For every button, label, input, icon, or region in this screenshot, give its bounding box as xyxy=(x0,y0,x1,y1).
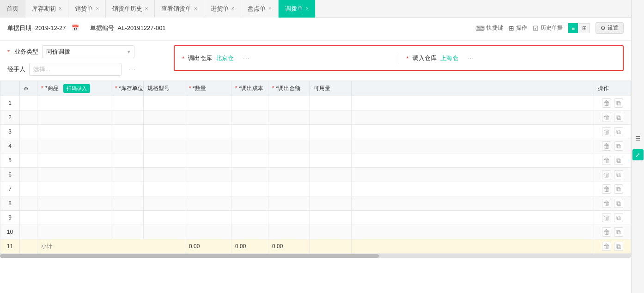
row-spec-6[interactable] xyxy=(144,168,185,182)
row-delete-btn-9[interactable]: 🗑 xyxy=(602,213,611,222)
tab-home[interactable]: 首页 xyxy=(0,0,25,18)
settings-button[interactable]: ⚙ 设置 xyxy=(595,22,624,34)
history-btn[interactable]: ☑ 历史单据 xyxy=(533,24,563,32)
row-spec-3[interactable] xyxy=(144,125,185,139)
row-delete-btn-8[interactable]: 🗑 xyxy=(602,199,611,208)
row-amount-7[interactable] xyxy=(268,182,310,196)
row-unit-7[interactable] xyxy=(111,182,144,196)
row-spec-5[interactable] xyxy=(144,153,185,168)
col-header-settings[interactable]: ⚙ xyxy=(20,81,37,96)
scan-entry-btn[interactable]: 扫码录入 xyxy=(63,84,90,93)
row-cost-2[interactable] xyxy=(231,110,268,125)
tab-transfer[interactable]: 调拨单 × xyxy=(279,0,316,18)
row-qty-3[interactable] xyxy=(185,125,231,139)
row-copy-btn-1[interactable]: ⧉ xyxy=(614,98,623,108)
row-unit-2[interactable] xyxy=(111,110,144,125)
operate-btn[interactable]: ⊞ 操作 xyxy=(509,24,527,32)
row-avail-7[interactable] xyxy=(310,182,352,196)
tab-sales-history-close[interactable]: × xyxy=(145,6,148,11)
row-delete-btn-5[interactable]: 🗑 xyxy=(602,156,611,165)
row-avail-8[interactable] xyxy=(310,196,352,211)
row-avail-1[interactable] xyxy=(310,96,352,110)
row-copy-btn-9[interactable]: ⧉ xyxy=(614,213,623,222)
row-qty-4[interactable] xyxy=(185,139,231,153)
tab-sales-order[interactable]: 销货单 × xyxy=(68,0,105,18)
row-product-9[interactable] xyxy=(37,211,111,225)
handler-more-btn[interactable]: ··· xyxy=(129,66,136,73)
row-unit-6[interactable] xyxy=(111,168,144,182)
horizontal-scrollbar[interactable] xyxy=(0,254,631,257)
row-avail-6[interactable] xyxy=(310,168,352,182)
row-avail-10[interactable] xyxy=(310,225,352,239)
row-avail-3[interactable] xyxy=(310,125,352,139)
row-product-8[interactable] xyxy=(37,196,111,211)
sidebar-list-icon-btn[interactable]: ☰ xyxy=(632,133,644,144)
calendar-icon[interactable]: 📅 xyxy=(72,24,79,31)
row-qty-7[interactable] xyxy=(185,182,231,196)
tab-view-sales[interactable]: 查看销货单 × xyxy=(155,0,204,18)
tab-sales-history[interactable]: 销货单历史 × xyxy=(106,0,155,18)
row-cost-6[interactable] xyxy=(231,168,268,182)
tab-transfer-close[interactable]: × xyxy=(306,6,309,11)
row-unit-10[interactable] xyxy=(111,225,144,239)
subtotal-copy-btn[interactable]: ⧉ xyxy=(614,242,623,251)
row-copy-btn-6[interactable]: ⧉ xyxy=(614,170,623,179)
row-avail-9[interactable] xyxy=(310,211,352,225)
row-spec-8[interactable] xyxy=(144,196,185,211)
row-spec-4[interactable] xyxy=(144,139,185,153)
row-avail-2[interactable] xyxy=(310,110,352,125)
in-warehouse-more-btn[interactable]: ··· xyxy=(468,55,474,62)
row-unit-1[interactable] xyxy=(111,96,144,110)
row-cost-1[interactable] xyxy=(231,96,268,110)
row-qty-10[interactable] xyxy=(185,225,231,239)
row-unit-4[interactable] xyxy=(111,139,144,153)
row-product-3[interactable] xyxy=(37,125,111,139)
row-cost-3[interactable] xyxy=(231,125,268,139)
business-type-select[interactable]: 同价调拨 ▾ xyxy=(42,45,134,58)
out-warehouse-more-btn[interactable]: ··· xyxy=(243,55,250,62)
tab-purchase-close[interactable]: × xyxy=(231,6,234,11)
view-list-btn[interactable]: ≡ xyxy=(568,23,578,33)
row-amount-1[interactable] xyxy=(268,96,310,110)
row-spec-7[interactable] xyxy=(144,182,185,196)
row-copy-btn-3[interactable]: ⧉ xyxy=(614,127,623,136)
row-delete-btn-10[interactable]: 🗑 xyxy=(602,227,611,237)
out-warehouse-value[interactable]: 北京仓 xyxy=(216,54,234,62)
row-product-6[interactable] xyxy=(37,168,111,182)
row-amount-10[interactable] xyxy=(268,225,310,239)
tab-sales-order-close[interactable]: × xyxy=(96,6,98,11)
row-product-2[interactable] xyxy=(37,110,111,125)
row-cost-7[interactable] xyxy=(231,182,268,196)
row-unit-9[interactable] xyxy=(111,211,144,225)
row-copy-btn-10[interactable]: ⧉ xyxy=(614,227,623,237)
tab-stocktake-close[interactable]: × xyxy=(268,6,271,11)
row-spec-1[interactable] xyxy=(144,96,185,110)
row-qty-6[interactable] xyxy=(185,168,231,182)
row-amount-6[interactable] xyxy=(268,168,310,182)
in-warehouse-value[interactable]: 上海仓 xyxy=(440,54,458,62)
date-value[interactable]: 2019-12-27 xyxy=(35,24,66,31)
row-product-1[interactable] xyxy=(37,96,111,110)
row-copy-btn-7[interactable]: ⧉ xyxy=(614,184,623,194)
tab-purchase[interactable]: 进货单 × xyxy=(204,0,241,18)
row-delete-btn-6[interactable]: 🗑 xyxy=(602,170,611,179)
tab-stocktake[interactable]: 盘点单 × xyxy=(241,0,278,18)
subtotal-delete-btn[interactable]: 🗑 xyxy=(602,242,611,251)
row-unit-5[interactable] xyxy=(111,153,144,168)
row-cost-8[interactable] xyxy=(231,196,268,211)
row-amount-9[interactable] xyxy=(268,211,310,225)
row-product-4[interactable] xyxy=(37,139,111,153)
row-unit-3[interactable] xyxy=(111,125,144,139)
row-cost-4[interactable] xyxy=(231,139,268,153)
row-cost-10[interactable] xyxy=(231,225,268,239)
row-spec-9[interactable] xyxy=(144,211,185,225)
row-cost-9[interactable] xyxy=(231,211,268,225)
row-copy-btn-2[interactable]: ⧉ xyxy=(614,113,623,122)
row-qty-5[interactable] xyxy=(185,153,231,168)
row-copy-btn-4[interactable]: ⧉ xyxy=(614,141,623,151)
row-amount-2[interactable] xyxy=(268,110,310,125)
row-product-7[interactable] xyxy=(37,182,111,196)
shortcut-btn[interactable]: ⌨ 快捷键 xyxy=(475,24,503,32)
row-spec-10[interactable] xyxy=(144,225,185,239)
row-delete-btn-4[interactable]: 🗑 xyxy=(602,141,611,151)
